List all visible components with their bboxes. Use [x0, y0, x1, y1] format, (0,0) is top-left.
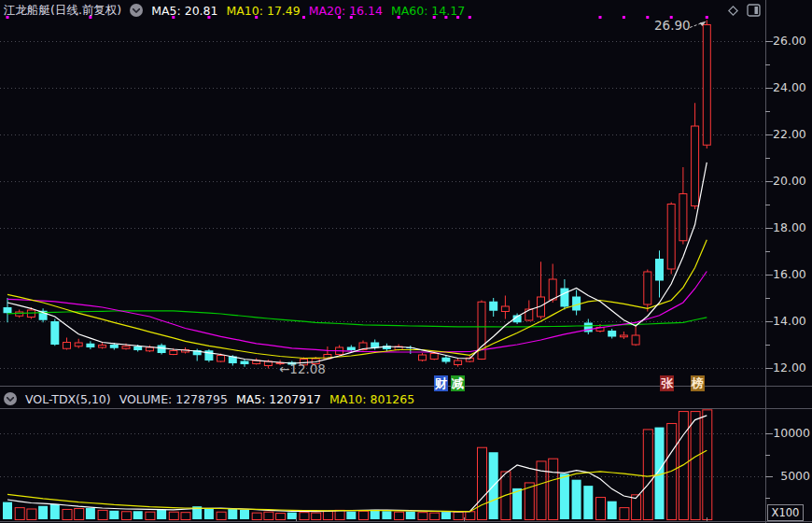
volume-bar: [228, 509, 237, 519]
price-axis-label: 20.00: [773, 174, 806, 188]
candle: [217, 356, 225, 362]
volume-scale-label: X100: [767, 504, 804, 521]
volume-bar: [371, 510, 380, 519]
volume-bar: [50, 504, 60, 519]
volume-bar: [86, 508, 95, 519]
candle: [644, 272, 651, 304]
volume-bar: [679, 412, 688, 520]
candle: [99, 346, 106, 348]
signal-dot: [599, 16, 602, 19]
chart-header: 江龙船艇(日线.前复权) MA5: 20.81 MA10: 17.49 MA20…: [4, 2, 465, 19]
candle: [4, 307, 12, 313]
ma60-value-label: MA60: 14.17: [391, 4, 465, 18]
volume-bar: [549, 459, 558, 519]
candle: [632, 335, 639, 345]
collapse-volume-pane-button[interactable]: [4, 392, 17, 405]
chevron-down-icon: [7, 397, 14, 402]
candle: [679, 194, 687, 241]
candle: [501, 306, 509, 312]
volume-bar: [133, 511, 143, 519]
event-badge-cai[interactable]: 财: [434, 375, 448, 391]
candle: [455, 360, 462, 365]
candle: [86, 344, 94, 347]
candlestick-chart[interactable]: [0, 0, 812, 523]
volume-bar: [169, 512, 178, 519]
event-badge-jian[interactable]: 减: [451, 375, 465, 391]
price-axis-label: 14.00: [773, 314, 806, 328]
candle: [75, 343, 82, 346]
candle: [347, 347, 356, 351]
volume-bar: [418, 513, 427, 520]
volume-ma10-label: MA10: 801265: [329, 392, 414, 406]
volume-bar: [146, 512, 155, 519]
signal-dot: [646, 16, 649, 19]
candle: [122, 346, 130, 349]
ma-line: [7, 311, 707, 327]
volume-bar: [98, 510, 107, 519]
volume-bar: [382, 511, 391, 519]
signal-dot: [469, 16, 471, 19]
volume-bar: [157, 510, 166, 519]
volume-bar: [454, 512, 463, 519]
volume-bar: [560, 474, 569, 519]
marked-low-label: ←12.08: [279, 361, 326, 376]
ma-line: [7, 163, 707, 363]
signal-dot: [706, 16, 708, 19]
volume-bar: [122, 512, 132, 520]
price-axis: 26.0024.0022.0020.0018.0016.0014.0012.00…: [771, 0, 812, 523]
volume-bar: [441, 512, 451, 519]
candle: [560, 289, 568, 307]
event-badge-zhang[interactable]: 张: [660, 375, 674, 391]
volume-bar: [181, 513, 190, 520]
volume-value-label: VOLUME: 1278795: [119, 392, 228, 406]
ma10-value-label: MA10: 17.49: [227, 4, 301, 18]
volume-bar: [204, 508, 214, 519]
volume-bar: [359, 511, 369, 519]
volume-bar: [691, 412, 700, 520]
volume-axis-label: 10000: [771, 426, 810, 440]
candle: [419, 355, 427, 360]
volume-bar: [620, 508, 629, 520]
price-axis-label: 16.00: [773, 267, 806, 281]
price-axis-label: 22.00: [773, 127, 806, 141]
candle: [16, 312, 23, 316]
diamond-icon[interactable]: [727, 5, 739, 17]
event-badge-bang[interactable]: 榜: [691, 375, 705, 391]
ma-line: [7, 240, 707, 359]
candle: [549, 279, 556, 300]
volume-ma5-label: MA5: 1207917: [236, 392, 321, 406]
volume-bar: [466, 512, 475, 520]
panel-toggle-icon[interactable]: [747, 4, 761, 17]
volume-bar: [430, 513, 440, 519]
volume-indicator-label: VOL-TDX(5,10): [25, 392, 111, 406]
volume-bar: [300, 513, 309, 520]
volume-bar: [583, 486, 593, 519]
volume-bar: [264, 512, 273, 519]
volume-bar: [703, 410, 712, 520]
volume-bar: [75, 509, 84, 520]
candle: [489, 302, 497, 311]
volume-bar: [3, 502, 12, 519]
price-axis-label: 12.00: [773, 360, 806, 375]
candle: [430, 354, 438, 360]
candle: [63, 343, 71, 349]
volume-bar: [38, 506, 48, 519]
volume-bar: [109, 511, 119, 519]
volume-bar: [276, 514, 286, 520]
volume-bar: [346, 512, 356, 519]
volume-axis-label: 5000: [771, 469, 810, 483]
volume-bar: [252, 513, 261, 519]
volume-bar: [478, 447, 487, 519]
collapse-main-pane-button[interactable]: [130, 4, 143, 17]
volume-bar: [323, 511, 332, 519]
chart-toolbar: [727, 4, 761, 17]
stock-title: 江龙船艇(日线.前复权): [4, 3, 121, 19]
ma20-value-label: MA20: 16.14: [309, 4, 383, 18]
candle: [655, 259, 664, 281]
candle: [110, 345, 119, 348]
volume-header: VOL-TDX(5,10) VOLUME: 1278795 MA5: 12079…: [4, 391, 414, 406]
candle: [441, 358, 450, 362]
volume-bar: [608, 502, 617, 519]
candle: [667, 205, 675, 270]
volume-bar: [240, 510, 249, 519]
